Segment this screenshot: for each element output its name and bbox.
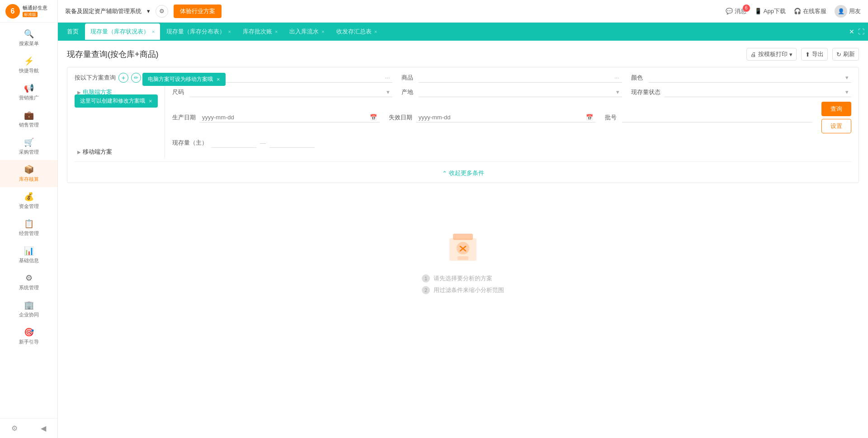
collapse-sidebar-icon[interactable]: ◀: [41, 424, 46, 433]
system-title: 装备及固定资产辅助管理系统: [65, 7, 142, 15]
logo-tag: 标准版: [23, 12, 38, 17]
export-button[interactable]: ⬆ 导出: [801, 48, 828, 61]
sidebar-item-enterprise[interactable]: 🏢 企业协同: [0, 296, 57, 323]
refresh-label: 刷新: [843, 50, 855, 58]
reset-button[interactable]: 设置: [821, 119, 851, 133]
gear-button[interactable]: ⚙: [156, 5, 168, 18]
tab-inventory-status-close[interactable]: ×: [152, 29, 155, 34]
batch-input[interactable]: [622, 113, 812, 122]
sidebar-item-system[interactable]: ⚙ 系统管理: [0, 268, 57, 296]
refresh-button[interactable]: ↻ 刷新: [832, 48, 859, 61]
prod-date-calendar-icon[interactable]: 📅: [370, 114, 377, 121]
sidebar-item-inventory[interactable]: 📦 库存核算: [0, 160, 57, 187]
header-left: 装备及固定资产辅助管理系统 ▾ ⚙ 体验行业方案: [65, 5, 222, 18]
nav-label-finance: 资金管理: [19, 203, 39, 210]
filter-area: 按以下方案查询 + ✏ ← 电脑方案可设为移动方案哦 ×: [67, 67, 859, 183]
tab-close-all-icon[interactable]: ✕: [849, 28, 854, 35]
tree-arrow-pc: ▶: [77, 90, 81, 95]
scheme-tree-mobile[interactable]: ▶ 移动端方案: [75, 146, 159, 158]
nav-icon-sales: 💼: [24, 110, 34, 120]
tab-inout-close[interactable]: ×: [321, 29, 324, 34]
sidebar-item-basic[interactable]: 📊 基础信息: [0, 241, 57, 268]
print-icon: 🖨: [750, 51, 756, 58]
tab-inout[interactable]: 出入库流水 ×: [284, 24, 330, 40]
tab-inventory-dist[interactable]: 现存量（库存分布表） ×: [161, 24, 236, 40]
scheme-tooltip-close[interactable]: ×: [217, 76, 220, 83]
tab-inventory-dist-close[interactable]: ×: [228, 29, 231, 34]
warehouse-dots[interactable]: ···: [385, 74, 390, 81]
stock-status-label: 现存量状态: [631, 88, 660, 96]
tab-batch-close[interactable]: ×: [275, 29, 278, 34]
tab-receive-label: 收发存汇总表: [336, 28, 372, 36]
nav-label-sales: 销售管理: [19, 122, 39, 128]
expire-date-input[interactable]: [419, 114, 586, 121]
logo-text: 畅通好生意 标准版: [23, 5, 47, 18]
add-scheme-button[interactable]: +: [118, 73, 128, 83]
empty-state: 1 请先选择要分析的方案 2 用过滤条件来缩小分析范围: [67, 188, 859, 334]
sidebar-item-quick[interactable]: ⚡ 快捷导航: [0, 52, 57, 79]
sidebar-item-purchase[interactable]: 🛒 采购管理: [0, 133, 57, 160]
sidebar-item-finance[interactable]: 💰 资金管理: [0, 187, 57, 214]
app-download-button[interactable]: 📱 App下载: [755, 7, 786, 15]
filter-label: 按以下方案查询: [75, 74, 116, 82]
nav-label-purchase: 采购管理: [19, 149, 39, 155]
nav-label-enterprise: 企业协同: [19, 311, 39, 318]
tab-home[interactable]: 首页: [61, 24, 84, 40]
tab-batch[interactable]: 库存批次账 ×: [237, 24, 283, 40]
sidebar-item-marketing[interactable]: 📢 营销推广: [0, 79, 57, 106]
color-select[interactable]: ▾: [648, 73, 851, 83]
tab-receive-close[interactable]: ×: [374, 29, 377, 34]
collapse-button[interactable]: ⌃ 收起更多条件: [75, 169, 851, 177]
support-icon: 🎧: [794, 8, 801, 14]
support-label: 在线客服: [803, 7, 826, 15]
stock-main-max-input[interactable]: [269, 138, 315, 148]
product-input-area[interactable]: ···: [419, 73, 622, 83]
nav-icon-enterprise: 🏢: [24, 300, 34, 310]
nav-icon-marketing: 📢: [24, 83, 34, 93]
logo-area: 6 畅通好生意 标准版: [0, 0, 57, 23]
tab-inventory-status[interactable]: 现存量（库存状况表） ×: [85, 24, 160, 40]
tab-bar: 首页 现存量（库存状况表） × 现存量（库存分布表） × 库存批次账 × 出入库…: [58, 23, 868, 41]
svg-rect-1: [453, 234, 473, 240]
experience-button[interactable]: 体验行业方案: [174, 5, 222, 18]
product-label: 商品: [401, 74, 415, 82]
header-right: 💬 消息 6 📱 App下载 🎧 在线客服 👤 用友: [726, 5, 861, 18]
prod-date-input[interactable]: [202, 114, 370, 121]
sidebar-item-newbie[interactable]: 🎯 新手引导: [0, 323, 57, 350]
nav-icon-inventory: 📦: [24, 165, 34, 174]
nav-icon-operations: 📋: [24, 219, 34, 229]
edit-scheme-button[interactable]: ✏: [131, 73, 141, 83]
tab-fullscreen-icon[interactable]: ⛶: [858, 28, 864, 35]
message-icon: 💬: [726, 8, 733, 14]
print-button[interactable]: 🖨 按模板打印 ▾: [746, 48, 797, 61]
user-button[interactable]: 👤 用友: [835, 5, 861, 18]
stock-status-select[interactable]: ▾: [664, 87, 851, 97]
stock-main-min-input[interactable]: [211, 138, 256, 148]
color-dropdown-icon: ▾: [845, 74, 849, 81]
origin-select[interactable]: ▾: [419, 87, 622, 97]
filter-field-stock-status: 现存量状态 ▾: [631, 87, 851, 97]
support-button[interactable]: 🎧 在线客服: [794, 7, 826, 15]
size-select[interactable]: ▾: [189, 87, 392, 97]
stock-main-label: 现存量（主）: [172, 139, 208, 147]
tip-num-1: 1: [422, 274, 430, 283]
batch-label: 批号: [605, 113, 618, 122]
sidebar-item-sales[interactable]: 💼 销售管理: [0, 106, 57, 133]
tab-inventory-dist-label: 现存量（库存分布表）: [166, 28, 225, 36]
expire-date-calendar-icon[interactable]: 📅: [586, 114, 593, 121]
filter-field-prod-date: 生产日期 📅: [172, 113, 380, 122]
system-dropdown[interactable]: ▾: [147, 8, 150, 14]
sidebar-item-search[interactable]: 🔍 搜索菜单: [0, 24, 57, 52]
product-dots[interactable]: ···: [614, 74, 619, 81]
empty-illustration: [440, 225, 486, 265]
page-title: 现存量查询(按仓库+商品): [67, 49, 159, 60]
tab-receive[interactable]: 收发存汇总表 ×: [331, 24, 382, 40]
settings-bottom-icon[interactable]: ⚙: [11, 424, 18, 433]
messages-button[interactable]: 💬 消息 6: [726, 7, 746, 15]
create-tooltip-close[interactable]: ×: [149, 98, 152, 104]
product-input[interactable]: [421, 74, 614, 81]
scheme-mobile-label: 移动端方案: [83, 148, 112, 156]
search-button[interactable]: 查询: [821, 102, 851, 116]
nav-icon-basic: 📊: [24, 246, 34, 256]
sidebar-item-operations[interactable]: 📋 经营管理: [0, 214, 57, 241]
